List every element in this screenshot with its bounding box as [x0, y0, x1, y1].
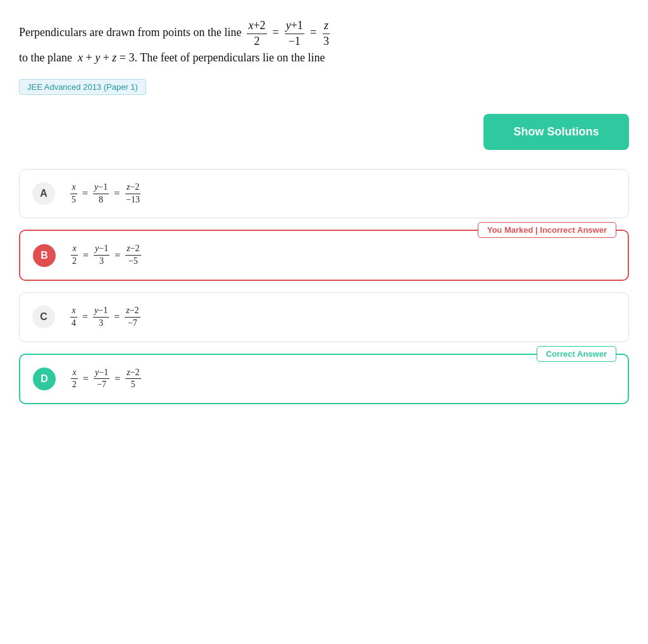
question-part1: Perpendiculars are drawn from points on …	[19, 26, 241, 39]
option-card-c[interactable]: C x4 = y−13 = z−2−7	[19, 292, 629, 342]
show-solutions-row: Show Solutions	[19, 114, 629, 150]
options-list: A x5 = y−18 = z−2−13 You Marked | Incorr…	[19, 169, 629, 404]
option-card-b[interactable]: You Marked | Incorrect Answer B x2 = y−1…	[19, 230, 629, 281]
option-inner-b: B x2 = y−13 = z−2−5	[33, 244, 613, 267]
option-label-b: B	[33, 244, 56, 267]
option-label-d: D	[33, 368, 56, 390]
tag-badge: JEE Advanced 2013 (Paper 1)	[19, 79, 146, 95]
option-card-d[interactable]: Correct Answer D x2 = y−1−7 = z−25	[19, 354, 629, 405]
option-card-a[interactable]: A x5 = y−18 = z−2−13	[19, 169, 629, 219]
option-formula-d: x2 = y−1−7 = z−25	[71, 368, 141, 391]
question-part3: . The feet of perpendiculars lie on the …	[134, 51, 325, 64]
option-inner-a: A x5 = y−18 = z−2−13	[32, 182, 613, 206]
correct-badge-d: Correct Answer	[537, 346, 616, 362]
jee-tag: JEE Advanced 2013 (Paper 1)	[19, 79, 629, 114]
option-label-c: C	[32, 306, 55, 328]
show-solutions-button[interactable]: Show Solutions	[483, 114, 629, 150]
option-formula-c: x4 = y−13 = z−2−7	[70, 306, 140, 329]
incorrect-badge-b: You Marked | Incorrect Answer	[478, 222, 616, 238]
line-equation: x+22 = y+1−1 = z3	[244, 26, 330, 39]
option-formula-b: x2 = y−13 = z−2−5	[71, 244, 141, 267]
option-inner-d: D x2 = y−1−7 = z−25	[33, 368, 613, 391]
option-inner-c: C x4 = y−13 = z−2−7	[32, 306, 613, 329]
question-text: Perpendiculars are drawn from points on …	[19, 19, 629, 68]
question-part2: to the plane	[19, 51, 72, 64]
option-label-a: A	[32, 182, 55, 205]
option-formula-a: x5 = y−18 = z−2−13	[70, 182, 141, 206]
